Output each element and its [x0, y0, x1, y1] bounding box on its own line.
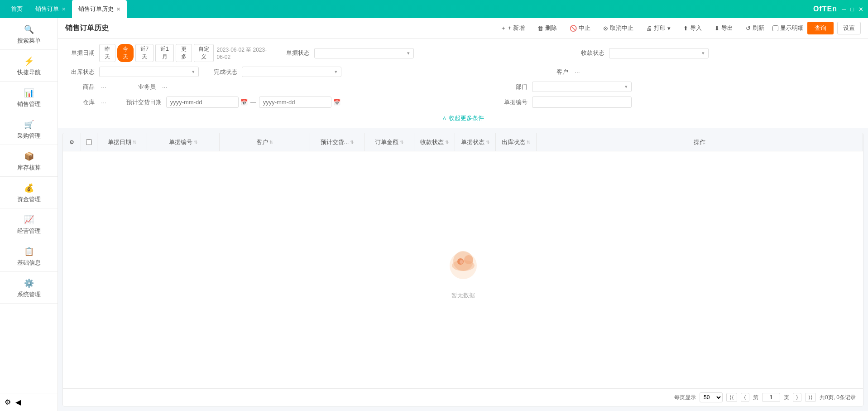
- top-bar: 首页 销售订单 ✕ 销售订单历史 ✕ OfTEn ─ □ ✕: [0, 0, 868, 18]
- warehouse-ellipsis-btn[interactable]: ···: [99, 99, 108, 106]
- receipt-status-group: 收款状态 ▾: [575, 48, 861, 58]
- th-amount[interactable]: 订单金额 ⇅: [364, 133, 414, 151]
- th-customer[interactable]: 客户 ⇅: [220, 133, 310, 151]
- th-bill-no[interactable]: 单据编号 ⇅: [147, 133, 220, 151]
- date-btn-today[interactable]: 今天: [117, 44, 134, 62]
- delivery-start-calendar-icon[interactable]: 📅: [240, 99, 248, 106]
- date-buttons: 昨天 今天 近7天 近1月 更多 自定义: [99, 44, 214, 62]
- settings-button[interactable]: 设置: [837, 22, 861, 34]
- bill-status-select[interactable]: ▾: [314, 48, 414, 58]
- page-first-btn[interactable]: ⟨⟨: [726, 393, 737, 402]
- out-status-select[interactable]: ▾: [99, 67, 199, 77]
- sidebar-collapse-icon[interactable]: ◀: [15, 398, 21, 406]
- complete-status-label: 完成状态: [208, 68, 242, 76]
- date-range-text: 2023-06-02 至 2023-06-02: [216, 46, 271, 60]
- sidebar-item-basic-info[interactable]: 📋 基础信息: [0, 240, 58, 272]
- refresh-button[interactable]: ↺ 刷新: [741, 22, 769, 34]
- bill-number-label: 单据编号: [498, 98, 532, 106]
- tab-sales-order[interactable]: 销售订单 ✕: [29, 0, 72, 18]
- stop-button[interactable]: 🚫 中止: [565, 22, 595, 34]
- sidebar-item-stock-mgmt[interactable]: 📦 库存核算: [0, 145, 58, 177]
- th-date[interactable]: 单据日期 ⇅: [97, 133, 147, 151]
- export-icon: ⬇: [715, 25, 719, 32]
- sidebar-label-stock-mgmt: 库存核算: [17, 164, 41, 172]
- salesman-ellipsis-btn[interactable]: ···: [160, 83, 169, 91]
- sidebar-item-business-mgmt[interactable]: 📈 经营管理: [0, 208, 58, 240]
- date-btn-1month[interactable]: 近1月: [155, 44, 174, 62]
- sidebar-label-search-menu: 搜索菜单: [17, 37, 41, 45]
- page-last-btn[interactable]: ⟩⟩: [805, 393, 816, 402]
- date-btn-yesterday[interactable]: 昨天: [99, 44, 115, 62]
- page-next-btn[interactable]: ⟩: [793, 393, 801, 402]
- bill-number-group: 单据编号: [498, 97, 861, 108]
- system-mgmt-icon: ⚙️: [24, 278, 34, 288]
- delete-button[interactable]: 🗑 删除: [533, 22, 561, 34]
- sidebar-label-business-mgmt: 经营管理: [17, 227, 41, 235]
- sidebar-item-fund-mgmt[interactable]: 💰 资金管理: [0, 177, 58, 208]
- complete-status-select[interactable]: ▾: [242, 67, 341, 77]
- sidebar-settings-icon[interactable]: ⚙: [5, 398, 11, 406]
- sidebar-label-purchase-mgmt: 采购管理: [17, 132, 41, 140]
- filter-row-1: 单据日期 昨天 今天 近7天 近1月 更多 自定义 2023-06-02 至 2…: [65, 44, 861, 62]
- sidebar-item-search-menu[interactable]: 🔍 搜索菜单: [0, 18, 58, 50]
- stock-mgmt-icon: 📦: [24, 151, 34, 161]
- receipt-status-label: 收款状态: [575, 49, 609, 57]
- show-detail-checkbox[interactable]: [772, 25, 778, 31]
- tab-home[interactable]: 首页: [5, 0, 29, 18]
- th-out-status[interactable]: 出库状态 ⇅: [496, 133, 537, 151]
- date-btn-more[interactable]: 更多: [176, 44, 192, 62]
- total-text: 共0页, 0条记录: [820, 394, 856, 401]
- sidebar-item-system-mgmt[interactable]: ⚙️ 系统管理: [0, 272, 58, 304]
- query-button[interactable]: 查询: [807, 22, 834, 34]
- out-status-label: 出库状态: [65, 68, 99, 76]
- delivery-date-label: 预计交货日期: [126, 98, 166, 106]
- delivery-end-calendar-icon[interactable]: 📅: [333, 99, 340, 106]
- page-input[interactable]: [762, 393, 780, 402]
- print-button[interactable]: 🖨 打印 ▾: [642, 22, 675, 34]
- import-button[interactable]: ⬆ 导入: [679, 22, 706, 34]
- sales-mgmt-icon: 📊: [24, 88, 34, 98]
- th-delivery[interactable]: 预计交货... ⇅: [310, 133, 364, 151]
- page-header: 销售订单历史 ＋ + 新增 🗑 删除 🚫 中止 ⊗ 取消中止: [58, 18, 868, 39]
- receipt-status-select[interactable]: ▾: [609, 48, 709, 58]
- sort-bill-icon: ⇅: [194, 140, 197, 145]
- select-all-checkbox[interactable]: [86, 139, 92, 145]
- bill-number-input[interactable]: [532, 97, 632, 108]
- page-prev-btn[interactable]: ⟨: [741, 393, 749, 402]
- new-button[interactable]: ＋ + 新增: [496, 22, 529, 34]
- delivery-start-input[interactable]: [166, 97, 239, 108]
- date-btn-custom[interactable]: 自定义: [194, 44, 214, 62]
- close-sales-order-tab[interactable]: ✕: [62, 6, 66, 12]
- th-settings[interactable]: ⚙: [63, 133, 81, 151]
- delivery-end-input[interactable]: [259, 97, 331, 108]
- export-button[interactable]: ⬇ 导出: [710, 22, 738, 34]
- tab-sales-order-history[interactable]: 销售订单历史 ✕: [72, 0, 127, 18]
- goods-ellipsis-btn[interactable]: ···: [99, 83, 108, 91]
- sidebar-item-sales-mgmt[interactable]: 📊 销售管理: [0, 82, 58, 113]
- sidebar-label-fund-mgmt: 资金管理: [17, 195, 41, 203]
- th-receipt-status[interactable]: 收款状态 ⇅: [414, 133, 455, 151]
- empty-text: 暂无数据: [451, 291, 475, 300]
- close-sales-order-history-tab[interactable]: ✕: [116, 6, 120, 12]
- basic-info-icon: 📋: [24, 247, 34, 256]
- cancel-stop-button[interactable]: ⊗ 取消中止: [599, 22, 638, 34]
- sidebar-item-quick-nav[interactable]: ⚡ 快捷导航: [0, 50, 58, 82]
- dept-select[interactable]: ▾: [532, 82, 632, 92]
- window-close[interactable]: ✕: [858, 6, 863, 13]
- th-bill-status[interactable]: 单据状态 ⇅: [455, 133, 496, 151]
- per-page-select[interactable]: 50 20 100 200: [700, 392, 723, 402]
- show-detail-checkbox-label[interactable]: 显示明细: [772, 24, 804, 32]
- window-maximize[interactable]: □: [850, 6, 854, 13]
- date-filter-field: 昨天 今天 近7天 近1月 更多 自定义 2023-06-02 至 2023-0…: [99, 44, 271, 62]
- collapse-bar[interactable]: ∧ 收起更多条件: [65, 112, 861, 122]
- import-icon: ⬆: [683, 25, 688, 32]
- customer-ellipsis-btn[interactable]: ···: [573, 68, 582, 76]
- filter-row-4: 仓库 ··· 预计交货日期 📅 — 📅 单据编号: [65, 97, 861, 108]
- sidebar-item-purchase-mgmt[interactable]: 🛒 采购管理: [0, 113, 58, 145]
- sidebar-label-sales-mgmt: 销售管理: [17, 100, 41, 108]
- date-btn-7days[interactable]: 近7天: [135, 44, 154, 62]
- delivery-date-group: 预计交货日期 📅 — 📅: [126, 97, 489, 108]
- cancel-stop-icon: ⊗: [603, 25, 608, 32]
- print-icon: 🖨: [646, 25, 652, 32]
- window-minimize[interactable]: ─: [842, 6, 846, 13]
